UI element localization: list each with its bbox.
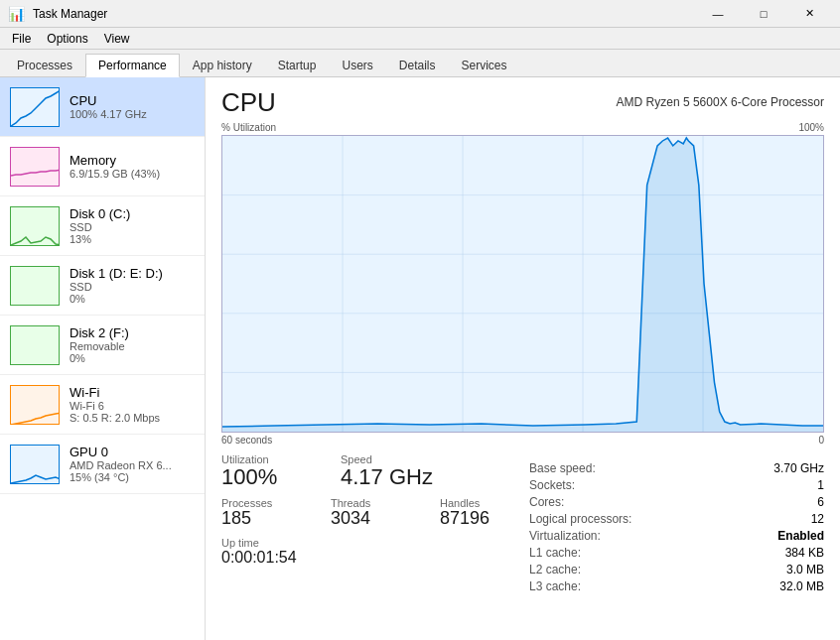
disk2-mini-graph [10, 325, 60, 365]
threads-stat: Threads 3034 [331, 497, 420, 529]
cpu-chart [221, 135, 824, 433]
disk2-mini-svg [11, 326, 60, 365]
tab-performance[interactable]: Performance [85, 54, 180, 77]
disk1-info: Disk 1 (D: E: D:) SSD 0% [70, 266, 195, 305]
gpu0-mini-svg [11, 446, 60, 484]
l1-label: L1 cache: [529, 546, 581, 560]
disk1-type: SSD [70, 281, 195, 293]
threads-value: 3034 [331, 509, 420, 529]
l1-value: 384 KB [785, 546, 824, 560]
content-area: CPU AMD Ryzen 5 5600X 6-Core Processor %… [206, 77, 840, 640]
menu-file[interactable]: File [4, 30, 39, 48]
gpu0-mini-graph [10, 445, 60, 484]
processes-stat: Processes 185 [221, 497, 311, 529]
sidebar-item-disk0[interactable]: Disk 0 (C:) SSD 13% [0, 196, 205, 256]
disk1-mini-svg [11, 267, 60, 306]
utilization-value: 100% [221, 465, 311, 489]
cores-row: Cores: 6 [529, 495, 824, 509]
tab-startup[interactable]: Startup [265, 54, 330, 76]
disk0-type: SSD [70, 221, 195, 233]
sockets-label: Sockets: [529, 478, 575, 492]
tab-app-history[interactable]: App history [180, 54, 265, 76]
virt-row: Virtualization: Enabled [529, 529, 824, 543]
app-icon: 📊 [8, 6, 25, 22]
speed-stat: Speed 4.17 GHz [341, 453, 433, 489]
speed-value: 4.17 GHz [341, 465, 433, 489]
logical-label: Logical processors: [529, 512, 631, 526]
sidebar-item-disk1[interactable]: Disk 1 (D: E: D:) SSD 0% [0, 256, 205, 316]
uptime-label: Up time [221, 537, 529, 549]
sidebar: CPU 100% 4.17 GHz Memory 6.9/15.9 GB (43… [0, 77, 206, 640]
sidebar-item-gpu0[interactable]: GPU 0 AMD Radeon RX 6... 15% (34 °C) [0, 435, 205, 494]
cores-label: Cores: [529, 495, 564, 509]
app-title: Task Manager [33, 7, 107, 21]
disk1-name: Disk 1 (D: E: D:) [70, 266, 195, 281]
disk2-pct: 0% [70, 352, 195, 364]
wifi-speed: S: 0.5 R: 2.0 Mbps [70, 412, 195, 424]
wifi-type: Wi-Fi 6 [70, 400, 195, 412]
menu-options[interactable]: Options [39, 30, 95, 48]
l3-value: 32.0 MB [779, 579, 824, 593]
base-speed-label: Base speed: [529, 461, 596, 475]
utilization-stat: Utilization 100% [221, 453, 311, 489]
memory-mini-graph [10, 147, 60, 187]
sidebar-item-memory[interactable]: Memory 6.9/15.9 GB (43%) [0, 137, 205, 196]
time-label-right: 0 [818, 435, 824, 446]
disk1-mini-graph [10, 266, 60, 306]
logical-row: Logical processors: 12 [529, 512, 824, 526]
tab-users[interactable]: Users [329, 54, 385, 76]
tab-processes[interactable]: Processes [4, 54, 85, 76]
cpu-detail: 100% 4.17 GHz [70, 108, 195, 120]
memory-detail: 6.9/15.9 GB (43%) [70, 168, 195, 180]
virt-label: Virtualization: [529, 529, 601, 543]
disk2-type: Removable [70, 340, 195, 352]
sidebar-item-wifi[interactable]: Wi-Fi Wi-Fi 6 S: 0.5 R: 2.0 Mbps [0, 375, 205, 435]
cores-value: 6 [817, 495, 824, 509]
l2-row: L2 cache: 3.0 MB [529, 563, 824, 576]
disk0-pct: 13% [70, 233, 195, 245]
tabbar: Processes Performance App history Startu… [0, 50, 840, 77]
minimize-button[interactable]: — [695, 0, 741, 28]
l2-value: 3.0 MB [786, 563, 824, 576]
disk1-pct: 0% [70, 293, 195, 305]
wifi-info: Wi-Fi Wi-Fi 6 S: 0.5 R: 2.0 Mbps [70, 385, 195, 424]
svg-marker-8 [222, 138, 823, 432]
sidebar-item-cpu[interactable]: CPU 100% 4.17 GHz [0, 77, 205, 137]
memory-name: Memory [70, 153, 195, 168]
content-header: CPU AMD Ryzen 5 5600X 6-Core Processor [221, 87, 824, 118]
menu-view[interactable]: View [96, 30, 138, 48]
l1-row: L1 cache: 384 KB [529, 546, 824, 560]
cpu-chart-svg [222, 136, 823, 432]
main-layout: CPU 100% 4.17 GHz Memory 6.9/15.9 GB (43… [0, 77, 840, 640]
tab-services[interactable]: Services [449, 54, 520, 76]
gpu0-model: AMD Radeon RX 6... [70, 459, 195, 471]
time-label-left: 60 seconds [221, 435, 272, 446]
handles-stat: Handles 87196 [440, 497, 529, 529]
cpu-info: CPU 100% 4.17 GHz [70, 93, 195, 120]
wifi-name: Wi-Fi [70, 385, 195, 400]
cpu-mini-svg [11, 88, 60, 127]
disk0-mini-graph [10, 206, 60, 246]
wifi-mini-graph [10, 385, 60, 425]
gpu0-name: GPU 0 [70, 445, 195, 459]
disk0-name: Disk 0 (C:) [70, 206, 195, 221]
sockets-row: Sockets: 1 [529, 478, 824, 492]
gpu0-usage: 15% (34 °C) [70, 471, 195, 483]
base-speed-row: Base speed: 3.70 GHz [529, 461, 824, 475]
y-axis-label: % Utilization [221, 122, 276, 133]
memory-info: Memory 6.9/15.9 GB (43%) [70, 153, 195, 180]
disk2-name: Disk 2 (F:) [70, 325, 195, 340]
handles-value: 87196 [440, 509, 529, 529]
titlebar-left: 📊 Task Manager [8, 6, 107, 22]
virt-value: Enabled [777, 529, 824, 543]
disk2-info: Disk 2 (F:) Removable 0% [70, 325, 195, 364]
maximize-button[interactable]: □ [741, 0, 786, 28]
base-speed-value: 3.70 GHz [773, 461, 824, 475]
close-button[interactable]: ✕ [786, 0, 832, 28]
tab-details[interactable]: Details [386, 54, 449, 76]
cpu-name: CPU [70, 93, 195, 108]
page-title: CPU [221, 87, 276, 118]
uptime-value: 0:00:01:54 [221, 549, 529, 567]
logical-value: 12 [811, 512, 824, 526]
sidebar-item-disk2[interactable]: Disk 2 (F:) Removable 0% [0, 316, 205, 375]
